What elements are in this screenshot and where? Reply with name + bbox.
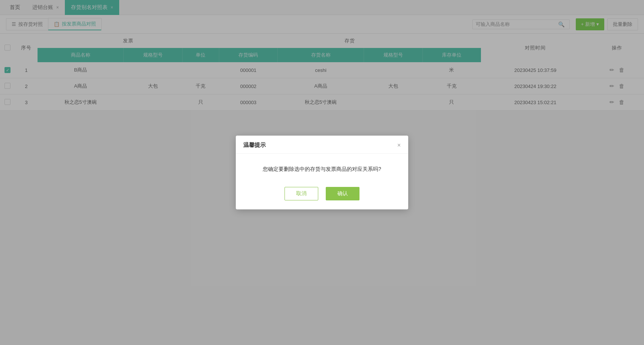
dialog-overlay: 温馨提示 × 您确定要删除选中的存货与发票商品的对应关系吗? 取消 确认 <box>0 0 644 111</box>
